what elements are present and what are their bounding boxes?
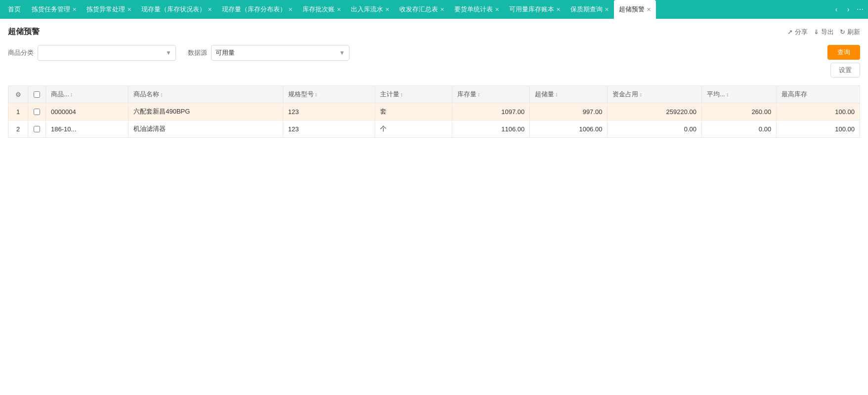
table-row: 2 186-10... 机油滤清器 123 个 1106.00 1006.00 … [8,120,860,138]
row-spec: 123 [283,120,375,138]
filter-area: 商品分类 ▼ 数据源 可用量 ▼ 查询 设置 [8,45,860,78]
nav-tab-tab-4[interactable]: 现存量（库存分布表）✕ [217,0,298,19]
nav-tab-tab-6[interactable]: 出入库流水✕ [346,0,394,19]
col-code-header: 商品...↕ [46,86,129,103]
row-checkbox-cell [28,103,46,120]
page-container: 超储预警 ➚ 分享 ⇓ 导出 ↻ 刷新 商品分类 ▼ [0,19,868,395]
tab-close-btn[interactable]: ✕ [495,6,499,13]
header-actions: ➚ 分享 ⇓ 导出 ↻ 刷新 [787,28,860,37]
col-check-header [28,86,46,103]
nav-tab-tab-10[interactable]: 保质期查询✕ [565,0,614,19]
row-checkbox-cell [28,120,46,138]
tab-label: 超储预警 [619,5,645,14]
row-code: 0000004 [46,103,129,120]
col-name-label: 商品名称↕ [133,90,163,98]
category-select[interactable]: ▼ [38,45,176,61]
tab-close-btn[interactable]: ✕ [127,6,131,13]
nav-tab-tab-7[interactable]: 收发存汇总表✕ [394,0,449,19]
gear-icon[interactable]: ⚙ [13,91,23,98]
sort-icon-3[interactable]: ↕ [315,91,318,97]
page-header: 超储预警 ➚ 分享 ⇓ 导出 ↻ 刷新 [8,27,860,37]
nav-tab-tab-11[interactable]: 超储预警✕ [614,0,656,19]
settings-button[interactable]: 设置 [830,63,860,78]
row-stock: 1106.00 [452,120,529,138]
refresh-button[interactable]: ↻ 刷新 [840,28,860,37]
nav-arrow-expand[interactable]: ⋯ [854,0,866,19]
tab-close-btn[interactable]: ✕ [440,6,444,13]
nav-tab-tab-2[interactable]: 拣货异常处理✕ [82,0,136,19]
select-all-checkbox[interactable] [34,91,40,98]
row-capital: 259220.00 [608,103,702,120]
col-unit-header: 主计量↕ [375,86,452,103]
col-gear-header: ⚙ [8,86,28,103]
tab-label: 保质期查询 [570,5,603,14]
nav-arrows: ‹ › ⋯ [830,0,866,19]
filter-buttons: 查询 设置 [827,45,860,78]
row-name: 六配套新昌490BPG [129,103,283,120]
filter-row: 商品分类 ▼ 数据源 可用量 ▼ [8,45,827,61]
sort-icon-6[interactable]: ↕ [555,91,558,97]
tab-close-btn[interactable]: ✕ [647,6,651,13]
row-over: 997.00 [530,103,608,120]
refresh-icon: ↻ [840,28,845,36]
nav-tab-tab-1[interactable]: 拣货任务管理✕ [27,0,82,19]
col-spec-label: 规格型号↕ [288,90,318,98]
share-button[interactable]: ➚ 分享 [787,28,808,37]
tab-close-btn[interactable]: ✕ [288,6,293,13]
tab-close-btn[interactable]: ✕ [556,6,561,13]
row-index: 1 [8,103,28,120]
col-stock-header: 库存量↕ [452,86,529,103]
col-stock-label: 库存量↕ [457,90,480,98]
nav-tab-tab-8[interactable]: 要货单统计表✕ [449,0,504,19]
tab-label: 可用量库存账本 [509,5,554,14]
row-avg: 0.00 [702,120,777,138]
sort-icon-5[interactable]: ↕ [477,91,480,97]
share-icon: ➚ [787,28,793,36]
row-unit: 个 [375,120,452,138]
col-over-label: 超储量↕ [535,90,558,98]
col-unit-label: 主计量↕ [380,90,403,98]
export-button[interactable]: ⇓ 导出 [814,28,834,37]
row-capital: 0.00 [608,120,702,138]
tab-close-btn[interactable]: ✕ [72,6,77,13]
tab-close-btn[interactable]: ✕ [208,6,212,13]
row-checkbox[interactable] [34,109,40,115]
col-capital-header: 资金占用↕ [608,86,702,103]
nav-arrow-left[interactable]: ‹ [830,0,842,19]
nav-tab-tab-9[interactable]: 可用量库存账本✕ [504,0,565,19]
col-over-header: 超储量↕ [530,86,608,103]
tab-label: 现存量（库存状况表） [141,5,206,14]
tab-close-btn[interactable]: ✕ [605,6,609,13]
datasource-select-value: 可用量 [216,48,235,57]
tab-label: 要货单统计表 [454,5,493,14]
sort-icon-8[interactable]: ↕ [726,91,729,97]
tab-close-btn[interactable]: ✕ [337,6,341,13]
sort-icon-4[interactable]: ↕ [400,91,403,97]
tab-close-btn[interactable]: ✕ [385,6,390,13]
tab-label: 收发存汇总表 [399,5,438,14]
col-code-label: 商品...↕ [51,90,73,98]
nav-tab-tab-5[interactable]: 库存批次账✕ [298,0,346,19]
sort-icon[interactable]: ↕ [70,91,73,97]
sort-icon-7[interactable]: ↕ [639,91,642,97]
row-maxstock: 100.00 [777,120,860,138]
nav-home[interactable]: 首页 [2,5,27,14]
query-button[interactable]: 查询 [827,45,860,60]
row-unit: 套 [375,103,452,120]
tab-label: 拣货任务管理 [32,5,70,14]
col-spec-header: 规格型号↕ [283,86,375,103]
tab-label: 现存量（库存分布表） [222,5,286,14]
row-spec: 123 [283,103,375,120]
top-nav: 首页 拣货任务管理✕拣货异常处理✕现存量（库存状况表）✕现存量（库存分布表）✕库… [0,0,868,19]
filter-category: 商品分类 ▼ [8,45,176,61]
col-maxstock-label: 最高库存 [781,90,807,98]
data-table: ⚙ 商品...↕ 商品名称↕ 规格型号↕ 主计量↕ [8,85,860,138]
datasource-select[interactable]: 可用量 ▼ [211,45,349,61]
nav-tab-tab-3[interactable]: 现存量（库存状况表）✕ [136,0,217,19]
chevron-down-icon-2: ▼ [339,49,345,56]
col-capital-label: 资金占用↕ [612,90,642,98]
sort-icon-2[interactable]: ↕ [160,91,163,97]
row-checkbox[interactable] [34,126,40,132]
col-name-header: 商品名称↕ [129,86,283,103]
nav-arrow-right[interactable]: › [842,0,854,19]
